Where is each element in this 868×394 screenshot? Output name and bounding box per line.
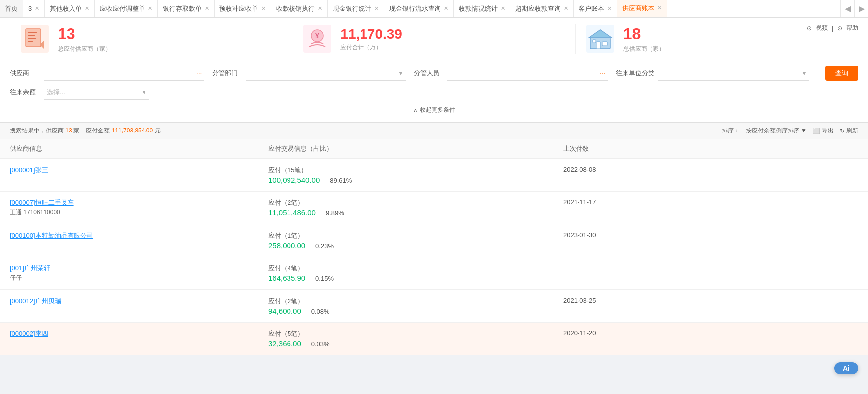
ellipsis-icon[interactable]: ···: [196, 69, 202, 77]
store-icon: [585, 24, 615, 54]
nav-adjust-label: 应收应付调整单: [100, 4, 145, 13]
close-icon[interactable]: ✕: [657, 5, 662, 11]
nav-customer-ledger-label: 客户账本: [579, 4, 604, 13]
close-icon[interactable]: ✕: [318, 5, 322, 12]
stat-payable-number: 13: [58, 24, 111, 43]
close-icon[interactable]: ✕: [501, 5, 505, 12]
nav-payment[interactable]: 收款核销执行 ✕: [271, 0, 328, 18]
refresh-label: 刷新: [846, 127, 858, 135]
sort-value[interactable]: 按应付余额倒序排序 ▼: [746, 127, 807, 135]
result-actions: 排序： 按应付余额倒序排序 ▼ ⬜ 导出 ↻ 刷新: [722, 127, 858, 135]
nav-other-income[interactable]: 其他收入单 ✕: [45, 0, 95, 18]
receipt-icon: [20, 24, 50, 54]
nav-overdue[interactable]: 超期应收款查询 ✕: [510, 0, 574, 18]
balance-input[interactable]: [44, 85, 149, 100]
nav-supplier-ledger-label: 供应商账本: [622, 4, 654, 13]
prev-arrow[interactable]: ◀: [840, 0, 854, 18]
export-button[interactable]: ⬜ 导出: [813, 127, 834, 135]
trade-amount[interactable]: 11,051,486.00: [268, 208, 316, 217]
help-links: ⊙ 视频 | ⊙ 帮助: [807, 24, 858, 32]
table-row: [000002]李四 应付（5笔） 32,366.00 0.03% 2020-1…: [0, 323, 868, 355]
svg-rect-14: [593, 40, 596, 43]
result-bar: 搜索结果中，供应商 13 家 应付金额 111,703,854.00 元 排序：…: [0, 123, 868, 139]
category-label: 往来单位分类: [616, 69, 654, 78]
close-icon[interactable]: ✕: [85, 5, 89, 12]
trade-amount[interactable]: 258,000.00: [268, 241, 305, 250]
supplier-link[interactable]: [000007]恒旺二手叉车: [10, 199, 74, 206]
trade-percent: 0.23%: [315, 242, 334, 250]
trade-percent: 0.08%: [311, 308, 330, 315]
stat-total-number: 11,170.39: [340, 26, 402, 43]
sort-label: 排序：: [722, 127, 740, 135]
table-row: [000007]恒旺二手叉车 王通 17106110000 应付（2笔） 11,…: [0, 192, 868, 224]
nav-prepay[interactable]: 预收冲应收单 ✕: [215, 0, 271, 18]
trade-label: 应付（4笔）: [268, 264, 563, 273]
trade-row: 258,000.00 0.23%: [268, 241, 563, 250]
supplier-link[interactable]: [000002]李四: [10, 330, 48, 337]
trade-percent: 9.89%: [326, 209, 344, 217]
ellipsis-icon[interactable]: ···: [600, 69, 606, 77]
department-input-wrap: ▼: [246, 66, 406, 81]
trade-info-cell: 应付（2笔） 11,051,486.00 9.89%: [268, 198, 563, 217]
supplier-info-cell: [000001]张三: [10, 166, 268, 175]
nav-tab-3[interactable]: 3 ✕: [23, 0, 45, 18]
supplier-link[interactable]: [001]广州荣轩: [10, 264, 50, 272]
category-input[interactable]: [658, 66, 810, 81]
nav-cash-stats[interactable]: 现金银行统计 ✕: [328, 0, 384, 18]
last-pay-cell: 2023-01-30: [563, 231, 858, 239]
close-icon[interactable]: ✕: [205, 5, 209, 12]
dropdown-icon[interactable]: ▼: [398, 70, 404, 77]
trade-row: 94,600.00 0.08%: [268, 307, 563, 315]
stat-suppliers-label: 总供应商（家）: [623, 45, 665, 53]
close-icon[interactable]: ✕: [148, 5, 152, 12]
dropdown-icon[interactable]: ▼: [141, 89, 147, 96]
trade-amount[interactable]: 94,600.00: [268, 307, 301, 315]
supplier-input-wrap: ···: [44, 66, 204, 81]
person-input[interactable]: [447, 66, 608, 81]
supplier-link[interactable]: [000012]广州贝瑞: [10, 297, 61, 305]
table-header-row: 供应商信息 应付交易信息（占比） 上次付数: [0, 139, 868, 159]
video-link[interactable]: 视频: [816, 24, 828, 32]
nav-cash-stats-label: 现金银行统计: [333, 4, 371, 13]
close-icon[interactable]: ✕: [444, 5, 448, 12]
filter-category: 往来单位分类 ▼: [616, 66, 810, 81]
nav-supplier-ledger[interactable]: 供应商账本 ✕: [617, 0, 667, 18]
nav-bank[interactable]: 银行存取款单 ✕: [158, 0, 215, 18]
svg-rect-12: [596, 42, 600, 49]
refresh-button[interactable]: ↻ 刷新: [840, 127, 858, 135]
supplier-link[interactable]: [000100]本特勤油品有限公司: [10, 232, 93, 239]
department-input[interactable]: [246, 66, 406, 81]
trade-label: 应付（5笔）: [268, 329, 563, 338]
last-pay-cell: 2021-11-17: [563, 198, 858, 206]
supplier-info-cell: [000002]李四: [10, 329, 268, 338]
nav-adjust[interactable]: 应收应付调整单 ✕: [95, 0, 158, 18]
supplier-link[interactable]: [000001]张三: [10, 166, 48, 174]
trade-amount[interactable]: 164,635.90: [268, 274, 305, 282]
result-count-unit: 家: [73, 127, 79, 134]
search-button[interactable]: 查询: [825, 66, 858, 81]
stat-payable-content: 13 总应付供应商（家）: [58, 24, 111, 53]
trade-info-cell: 应付（1笔） 258,000.00 0.23%: [268, 231, 563, 250]
nav-receipt-stats[interactable]: 收款情况统计 ✕: [454, 0, 510, 18]
ai-badge[interactable]: Ai: [834, 362, 858, 374]
next-arrow[interactable]: ▶: [854, 0, 868, 18]
nav-bank-label: 银行存取款单: [163, 4, 202, 13]
nav-cash-flow[interactable]: 现金银行流水查询 ✕: [384, 0, 454, 18]
sort-icon: ▼: [801, 127, 807, 134]
svg-text:¥: ¥: [315, 32, 319, 40]
help-link[interactable]: 帮助: [846, 24, 858, 32]
filter-row-1: 供应商 ··· 分管部门 ▼ 分管人员 ··· 往来单位分类: [10, 66, 858, 81]
nav-customer-ledger[interactable]: 客户账本 ✕: [574, 0, 617, 18]
nav-home[interactable]: 首页: [0, 0, 23, 18]
close-icon[interactable]: ✕: [261, 5, 266, 12]
collapse-bar[interactable]: ∧ 收起更多条件: [10, 104, 858, 116]
close-icon[interactable]: ✕: [35, 5, 39, 12]
close-icon[interactable]: ✕: [607, 5, 612, 12]
trade-amount[interactable]: 100,092,540.00: [268, 176, 320, 184]
trade-amount[interactable]: 32,366.00: [268, 339, 301, 348]
close-icon[interactable]: ✕: [374, 5, 379, 12]
close-icon[interactable]: ✕: [564, 5, 568, 12]
trade-label: 应付（1笔）: [268, 231, 563, 240]
supplier-input[interactable]: [44, 66, 204, 81]
dropdown-icon[interactable]: ▼: [801, 70, 807, 77]
